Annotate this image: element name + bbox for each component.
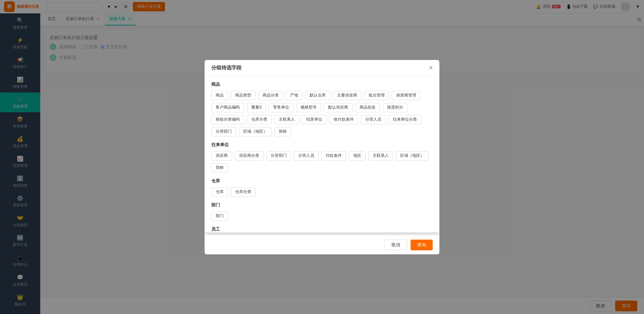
- field-tag-1-7[interactable]: 区域（地区）: [396, 151, 429, 161]
- modal-header: 分组待选字段 ×: [205, 60, 439, 76]
- modal-confirm-button[interactable]: 查询: [411, 240, 433, 250]
- field-tag-0-22[interactable]: 分管部门: [211, 127, 236, 136]
- section-title-0: 商品: [211, 81, 433, 87]
- field-grid-3: 部门: [211, 211, 433, 221]
- field-tag-0-14[interactable]: 拣货积分: [383, 103, 408, 112]
- field-tag-2-0[interactable]: 仓库: [211, 187, 228, 197]
- modal-horizontal-scrollbar[interactable]: [205, 232, 439, 235]
- field-tag-0-21[interactable]: 往来单位分类: [388, 115, 421, 124]
- field-tag-2-1[interactable]: 仓库分类: [231, 187, 256, 197]
- field-tag-1-6[interactable]: 主联系人: [368, 151, 393, 161]
- field-tag-0-17[interactable]: 主联系人: [274, 115, 299, 124]
- field-tag-1-8[interactable]: 简称: [211, 163, 228, 173]
- field-tag-0-8[interactable]: 客户商品编码: [211, 103, 244, 112]
- modal-overlay: 分组待选字段 × 商品商品商品类型商品分类产地默认仓库主要供应商批次管理保质期管…: [0, 0, 644, 314]
- field-tag-0-19[interactable]: 收付款条件: [329, 115, 358, 124]
- section-title-3: 部门: [211, 202, 433, 208]
- field-tag-0-4[interactable]: 默认仓库: [305, 91, 330, 100]
- modal-title: 分组待选字段: [211, 65, 241, 71]
- field-tag-0-1[interactable]: 商品类型: [231, 91, 256, 100]
- field-tag-0-0[interactable]: 商品: [211, 91, 228, 100]
- modal-cancel-button[interactable]: 取消: [384, 240, 407, 250]
- field-tag-1-1[interactable]: 供应商分类: [235, 151, 264, 161]
- field-tag-1-0[interactable]: 供应商: [211, 151, 232, 161]
- field-tag-0-7[interactable]: 保质期管理: [392, 91, 421, 100]
- field-tag-3-0[interactable]: 部门: [211, 211, 228, 221]
- field-tag-0-12[interactable]: 默认供应商: [324, 103, 353, 112]
- field-tag-0-6[interactable]: 批次管理: [364, 91, 389, 100]
- field-tag-1-5[interactable]: 地区: [349, 151, 366, 161]
- field-tag-0-24[interactable]: 简称: [274, 127, 291, 136]
- field-tag-0-18[interactable]: 结算单位: [302, 115, 327, 124]
- field-tag-1-4[interactable]: 付款条件: [321, 151, 346, 161]
- field-grid-1: 供应商供应商分类分管部门分管人员付款条件地区主联系人区域（地区）简称: [211, 151, 433, 173]
- field-tag-0-3[interactable]: 产地: [286, 91, 303, 100]
- modal-hscroll-thumb: [206, 233, 438, 235]
- field-tag-0-2[interactable]: 商品分类: [258, 91, 283, 100]
- field-tag-0-11[interactable]: 规格型号: [296, 103, 321, 112]
- field-section-2: 仓库仓库仓库分类: [211, 178, 433, 197]
- modal-body: 商品商品商品类型商品分类产地默认仓库主要供应商批次管理保质期管理客户商品编码重量…: [205, 76, 439, 232]
- field-tag-0-23[interactable]: 区域（地区）: [239, 127, 272, 136]
- field-section-1: 往来单位供应商供应商分类分管部门分管人员付款条件地区主联系人区域（地区）简称: [211, 142, 433, 173]
- field-tag-0-15[interactable]: 税收分类编码: [211, 115, 244, 124]
- field-tag-0-5[interactable]: 主要供应商: [333, 91, 362, 100]
- field-grid-0: 商品商品类型商品分类产地默认仓库主要供应商批次管理保质期管理客户商品编码重量3零…: [211, 91, 433, 136]
- field-section-0: 商品商品商品类型商品分类产地默认仓库主要供应商批次管理保质期管理客户商品编码重量…: [211, 81, 433, 136]
- field-tag-0-10[interactable]: 零售单位: [269, 103, 293, 112]
- modal: 分组待选字段 × 商品商品商品类型商品分类产地默认仓库主要供应商批次管理保质期管…: [205, 60, 439, 254]
- field-tag-0-13[interactable]: 商品别名: [355, 103, 380, 112]
- section-title-4: 员工: [211, 226, 433, 232]
- section-title-1: 往来单位: [211, 142, 433, 148]
- modal-footer: 取消 查询: [205, 235, 439, 254]
- field-section-4: 员工业务员: [211, 226, 433, 232]
- field-tag-1-3[interactable]: 分管人员: [294, 151, 319, 161]
- field-tag-0-9[interactable]: 重量3: [247, 103, 266, 112]
- section-title-2: 仓库: [211, 178, 433, 184]
- field-grid-2: 仓库仓库分类: [211, 187, 433, 197]
- field-section-3: 部门部门: [211, 202, 433, 221]
- field-tag-0-16[interactable]: 仓库分类: [247, 115, 272, 124]
- field-tag-1-2[interactable]: 分管部门: [266, 151, 291, 161]
- field-tag-0-20[interactable]: 分管人员: [361, 115, 386, 124]
- modal-close-button[interactable]: ×: [429, 64, 433, 71]
